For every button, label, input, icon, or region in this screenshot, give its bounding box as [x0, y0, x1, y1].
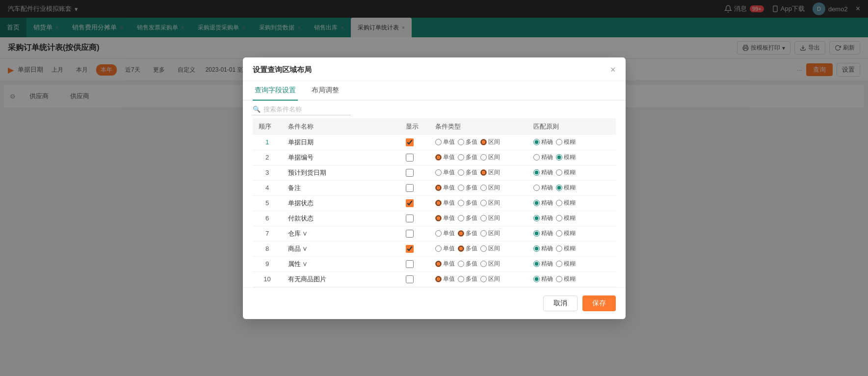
row-3-display[interactable] — [400, 168, 429, 177]
row-10-match-exact[interactable]: 精确 — [533, 275, 553, 277]
row-6-match-fuzzy[interactable]: 模糊 — [556, 214, 576, 222]
row-10-match: 精确 模糊 — [527, 275, 616, 278]
row-8-display-cb[interactable] — [406, 245, 414, 253]
row-4-display-cb[interactable] — [406, 184, 414, 192]
row-1-match-exact[interactable]: 精确 — [533, 138, 553, 146]
table-row: 5 单据状态 单值 多值 区间 精确 — [253, 196, 616, 211]
row-6-display[interactable] — [400, 214, 429, 223]
row-9-display[interactable] — [400, 260, 429, 269]
row-6-type-range[interactable]: 区间 — [480, 214, 500, 222]
row-10-display-cb[interactable] — [406, 275, 414, 278]
row-6-display-cb[interactable] — [406, 215, 414, 222]
row-8-type-multi[interactable]: 多值 — [458, 244, 477, 253]
col-order-header: 顺序 — [253, 122, 282, 131]
col-type-header: 条件类型 — [429, 122, 527, 131]
row-6-type-multi[interactable]: 多值 — [458, 214, 477, 222]
row-1-display-cb[interactable] — [406, 138, 414, 146]
row-5-name: 单据状态 — [282, 199, 400, 208]
row-5-display-cb[interactable] — [406, 199, 414, 207]
row-6-match-exact[interactable]: 精确 — [533, 214, 553, 222]
row-3-match-exact[interactable]: 精确 — [533, 168, 553, 177]
row-4-match-exact[interactable]: 精确 — [533, 184, 553, 192]
row-4-name: 备注 — [282, 184, 400, 192]
row-5-type-single[interactable]: 单值 — [435, 199, 455, 207]
search-input[interactable] — [263, 106, 351, 113]
row-5-match-fuzzy[interactable]: 模糊 — [556, 199, 576, 207]
row-6-match: 精确 模糊 — [527, 214, 616, 223]
row-2-type-range[interactable]: 区间 — [480, 153, 500, 161]
row-1-type-multi[interactable]: 多值 — [458, 138, 477, 146]
col-display-header: 显示 — [400, 122, 429, 131]
modal-close-button[interactable]: × — [610, 65, 616, 74]
row-1-display[interactable] — [400, 138, 429, 147]
row-10-type-single[interactable]: 单值 — [435, 275, 455, 277]
row-7-display-cb[interactable] — [406, 230, 414, 238]
row-8-match-exact[interactable]: 精确 — [533, 244, 553, 253]
row-5-type: 单值 多值 区间 — [429, 199, 527, 208]
search-box: 🔍 — [253, 106, 351, 115]
row-2-match-exact[interactable]: 精确 — [533, 153, 553, 161]
row-2-type-single[interactable]: 单值 — [435, 153, 455, 161]
row-1-type-single[interactable]: 单值 — [435, 138, 455, 146]
row-9-display-cb[interactable] — [406, 260, 414, 268]
row-4-type-range[interactable]: 区间 — [480, 184, 500, 192]
row-1-type-range[interactable]: 区间 — [480, 138, 500, 146]
row-7-display[interactable] — [400, 229, 429, 238]
modal-search-section: 🔍 — [243, 101, 626, 118]
col-match-header: 匹配原则 — [527, 122, 616, 131]
row-5-display[interactable] — [400, 199, 429, 208]
row-2-order: 2 — [253, 153, 282, 162]
row-3-match-fuzzy[interactable]: 模糊 — [556, 168, 576, 177]
row-10-type-range[interactable]: 区间 — [480, 275, 500, 277]
row-9-type-range[interactable]: 区间 — [480, 260, 500, 268]
row-7-match-fuzzy[interactable]: 模糊 — [556, 229, 576, 238]
row-8-display[interactable] — [400, 244, 429, 253]
row-4-type-single[interactable]: 单值 — [435, 184, 455, 192]
row-9-type-single[interactable]: 单值 — [435, 260, 455, 268]
table-row: 8 商品 ∨ 单值 多值 区间 精确 — [253, 242, 616, 257]
row-5-match-exact[interactable]: 精确 — [533, 199, 553, 207]
row-2-display[interactable] — [400, 153, 429, 162]
row-10-match-fuzzy[interactable]: 模糊 — [556, 275, 576, 277]
row-6-type-single[interactable]: 单值 — [435, 214, 455, 222]
row-3-type-range[interactable]: 区间 — [480, 168, 500, 177]
row-8-type-single[interactable]: 单值 — [435, 244, 455, 253]
row-10-type-multi[interactable]: 多值 — [458, 275, 477, 277]
row-4-display[interactable] — [400, 184, 429, 192]
row-4-type: 单值 多值 区间 — [429, 184, 527, 192]
row-3-type-multi[interactable]: 多值 — [458, 168, 477, 177]
row-10-order: 10 — [253, 275, 282, 278]
row-2-name: 单据编号 — [282, 153, 400, 162]
row-2-type-multi[interactable]: 多值 — [458, 153, 477, 161]
row-9-type-multi[interactable]: 多值 — [458, 260, 477, 268]
row-9-match-fuzzy[interactable]: 模糊 — [556, 260, 576, 268]
row-2-display-cb[interactable] — [406, 154, 414, 161]
row-5-type-multi[interactable]: 多值 — [458, 199, 477, 207]
row-8-type-range[interactable]: 区间 — [480, 244, 500, 253]
row-7-type-range[interactable]: 区间 — [480, 229, 500, 238]
row-6-type: 单值 多值 区间 — [429, 214, 527, 223]
row-4-match-fuzzy[interactable]: 模糊 — [556, 184, 576, 192]
row-4-type-multi[interactable]: 多值 — [458, 184, 477, 192]
table-row: 4 备注 单值 多值 区间 精确 — [253, 181, 616, 196]
table-row: 10 有无商品图片 单值 多值 区间 精确 — [253, 272, 616, 278]
row-7-match-exact[interactable]: 精确 — [533, 229, 553, 238]
row-6-order: 6 — [253, 214, 282, 223]
table-row: 6 付款状态 单值 多值 区间 精确 — [253, 211, 616, 226]
row-10-display[interactable] — [400, 275, 429, 278]
row-7-type-multi[interactable]: 多值 — [458, 229, 477, 238]
modal-overlay[interactable]: 设置查询区域布局 × 查询字段设置 布局调整 🔍 顺序 条件名称 显示 — [0, 0, 868, 277]
row-2-match-fuzzy[interactable]: 模糊 — [556, 153, 576, 161]
row-3-match: 精确 模糊 — [527, 168, 616, 177]
row-3-type-single[interactable]: 单值 — [435, 168, 455, 177]
row-5-type-range[interactable]: 区间 — [480, 199, 500, 207]
modal-tab-query-fields[interactable]: 查询字段设置 — [253, 81, 298, 101]
row-8-match-fuzzy[interactable]: 模糊 — [556, 244, 576, 253]
row-7-type-single[interactable]: 单值 — [435, 229, 455, 238]
modal-tab-query-fields-label: 查询字段设置 — [255, 86, 296, 94]
table-row: 9 属性 ∨ 单值 多值 区间 精确 — [253, 257, 616, 272]
modal-tab-layout[interactable]: 布局调整 — [310, 81, 341, 101]
row-1-match-fuzzy[interactable]: 模糊 — [556, 138, 576, 146]
row-3-display-cb[interactable] — [406, 169, 414, 177]
row-9-match-exact[interactable]: 精确 — [533, 260, 553, 268]
